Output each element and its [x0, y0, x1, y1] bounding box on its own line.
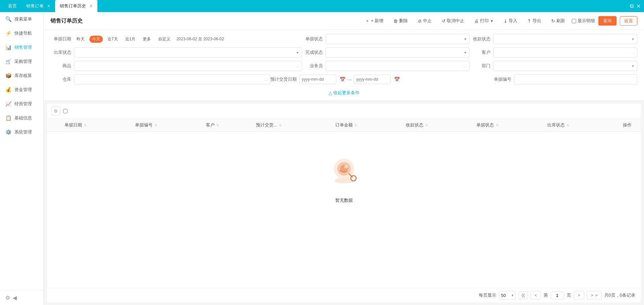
- refresh-icon: ↻: [551, 18, 555, 24]
- first-page-btn[interactable]: ⟨⟨: [518, 292, 528, 299]
- prev-page-btn[interactable]: ＜: [530, 291, 541, 300]
- payment-status-control: ▼: [493, 34, 637, 44]
- sidebar-settings-btn[interactable]: ⚙: [5, 295, 10, 301]
- settings-btn[interactable]: 设置: [620, 16, 637, 26]
- salesperson-input[interactable]: [326, 61, 470, 71]
- sidebar-item-search-menu[interactable]: 🔍 搜索菜单: [0, 12, 43, 26]
- date-filter-field: 单据日期 昨天 今天 近7天 近1月 更多 自定义 2023-06-02 至 2…: [50, 36, 302, 43]
- page-header: 销售订单历史 ＋ + 新增 🗑 删除 ⊘ 中止 ↺ 取消中止: [44, 12, 644, 30]
- order-no-input[interactable]: [514, 74, 637, 84]
- next-page-btn[interactable]: ＞: [574, 291, 584, 300]
- customer-input[interactable]: [493, 47, 637, 58]
- tab-sales-order-history-close[interactable]: ✕: [89, 4, 93, 8]
- query-btn[interactable]: 查询: [598, 16, 616, 26]
- export-label: 导出: [532, 18, 541, 24]
- cancel-stop-btn[interactable]: ↺ 取消中止: [438, 16, 468, 26]
- window-close-btn[interactable]: ✕: [636, 3, 641, 9]
- delete-btn[interactable]: 🗑 删除: [390, 16, 411, 26]
- col-delivery-status-sort-icon: ⇅: [566, 123, 569, 127]
- col-expected-date[interactable]: 预计交货... ⇅: [252, 119, 331, 132]
- window-restore-btn[interactable]: ⧉: [630, 3, 634, 9]
- sidebar-item-base-info-label: 基础信息: [14, 115, 32, 121]
- print-btn[interactable]: 🖨 打印 ▼: [471, 16, 497, 26]
- tab-sales-order[interactable]: 销售订单 ✕: [22, 0, 55, 12]
- delivery-status-select[interactable]: [74, 47, 302, 58]
- date-chip-custom[interactable]: 自定义: [156, 36, 173, 43]
- order-status-select[interactable]: [326, 34, 470, 44]
- goods-ellipsis[interactable]: ...: [296, 64, 299, 68]
- col-date[interactable]: 单据日期 ⇅: [60, 119, 131, 132]
- table-settings-btn[interactable]: ⚙: [51, 106, 60, 116]
- tab-sales-order-close[interactable]: ✕: [47, 4, 50, 8]
- customer-ellipsis[interactable]: ...: [631, 50, 635, 55]
- warehouse-label: 仓库: [50, 76, 74, 82]
- show-detail-checkbox[interactable]: [572, 19, 576, 23]
- expected-date-separator: —: [347, 77, 352, 82]
- sidebar-item-system-mgmt[interactable]: ⚙️ 系统管理: [0, 125, 43, 139]
- date-chip-more[interactable]: 更多: [140, 36, 154, 43]
- expected-date-end-input[interactable]: [354, 75, 391, 84]
- svg-point-4: [344, 165, 348, 168]
- tab-home[interactable]: 首页: [3, 0, 22, 12]
- date-chip-1month[interactable]: 近1月: [123, 36, 138, 43]
- content-area: 销售订单历史 ＋ + 新增 🗑 删除 ⊘ 中止 ↺ 取消中止: [44, 12, 644, 305]
- per-page-select[interactable]: 50 10 20 100: [499, 291, 516, 300]
- col-payment-status[interactable]: 收款状态 ⇅: [402, 119, 472, 132]
- col-amount[interactable]: 订单金额 ⇅: [331, 119, 402, 132]
- sidebar-item-quick-nav[interactable]: ⚡ 快捷导航: [0, 26, 43, 40]
- sidebar-item-base-info[interactable]: 📋 基础信息: [0, 111, 43, 125]
- sidebar-collapse-btn[interactable]: ◀: [13, 295, 17, 301]
- salesperson-ellipsis[interactable]: ...: [464, 64, 467, 68]
- date-chip-7days[interactable]: 近7天: [105, 36, 121, 43]
- cancel-stop-label: 取消中止: [447, 18, 464, 24]
- col-amount-sort-icon: ⇅: [354, 123, 357, 127]
- sidebar-item-inventory-calc[interactable]: 📦 库存核算: [0, 69, 43, 83]
- sidebar-item-purchase-mgmt[interactable]: 🛒 采购管理: [0, 54, 43, 69]
- col-order-no[interactable]: 单据编号 ⇅: [131, 119, 202, 132]
- date-chip-today[interactable]: 今天: [89, 36, 103, 43]
- complete-status-select[interactable]: [326, 47, 470, 58]
- goods-input[interactable]: [74, 61, 302, 71]
- sidebar-item-finance-mgmt[interactable]: 💰 资金管理: [0, 83, 43, 97]
- last-page-btn[interactable]: ＞＞: [587, 291, 602, 300]
- collapse-filter-btn[interactable]: △ 收起更多条件: [50, 88, 637, 97]
- date-filter-label: 单据日期: [50, 36, 74, 42]
- import-btn[interactable]: ⤓ 导入: [500, 16, 521, 26]
- refresh-btn[interactable]: ↻ 刷新: [548, 16, 568, 26]
- new-btn[interactable]: ＋ + 新增: [362, 16, 387, 26]
- filter-row-1: 单据日期 昨天 今天 近7天 近1月 更多 自定义 2023-06-02 至 2…: [50, 34, 637, 44]
- expected-date-start-input[interactable]: [299, 75, 336, 84]
- current-page-input[interactable]: [551, 292, 564, 299]
- salesperson-filter-field: 业务员 ...: [302, 61, 470, 71]
- warehouse-input[interactable]: [74, 74, 270, 84]
- stop-btn[interactable]: ⊘ 中止: [415, 16, 435, 26]
- col-order-status-sort-icon: ⇅: [496, 123, 499, 127]
- col-customer[interactable]: 客户 ⇅: [202, 119, 252, 132]
- total-records: 共0页，0条记录: [604, 292, 635, 298]
- select-all-checkbox[interactable]: [63, 109, 68, 113]
- col-ops: 操作: [614, 119, 641, 132]
- goods-control: ...: [74, 61, 302, 71]
- sidebar-item-ops-mgmt-label: 经营管理: [14, 101, 32, 107]
- warehouse-ellipsis[interactable]: ...: [264, 77, 268, 82]
- dept-filter-field: 部门 ▼: [470, 61, 637, 71]
- export-btn[interactable]: ⤒ 导出: [524, 16, 545, 26]
- collapse-icon: △: [329, 90, 332, 96]
- payment-status-select[interactable]: [493, 34, 637, 44]
- col-order-status[interactable]: 单据状态 ⇅: [472, 119, 543, 132]
- show-detail-checkbox-label[interactable]: 显示明细: [572, 18, 595, 24]
- col-customer-sort-icon: ⇅: [216, 123, 219, 127]
- complete-status-control: ▼: [326, 47, 470, 58]
- sidebar-item-ops-mgmt[interactable]: 📈 经营管理: [0, 97, 43, 111]
- tab-sales-order-history[interactable]: 销售订单历史 ✕: [55, 0, 97, 12]
- goods-filter-field: 商品 ...: [50, 61, 302, 71]
- expected-date-start-calendar-icon[interactable]: 📅: [340, 77, 345, 82]
- sidebar-item-sales-mgmt[interactable]: 📊 销售管理: [0, 40, 43, 54]
- dept-select[interactable]: [493, 61, 637, 71]
- col-delivery-status[interactable]: 出库状态 ⇅: [543, 119, 614, 132]
- date-chip-yesterday[interactable]: 昨天: [74, 36, 87, 43]
- print-icon: 🖨: [474, 18, 479, 24]
- expected-date-end-calendar-icon[interactable]: 📅: [394, 77, 400, 82]
- customer-label: 客户: [470, 49, 493, 55]
- sidebar-item-finance-mgmt-label: 资金管理: [14, 87, 32, 93]
